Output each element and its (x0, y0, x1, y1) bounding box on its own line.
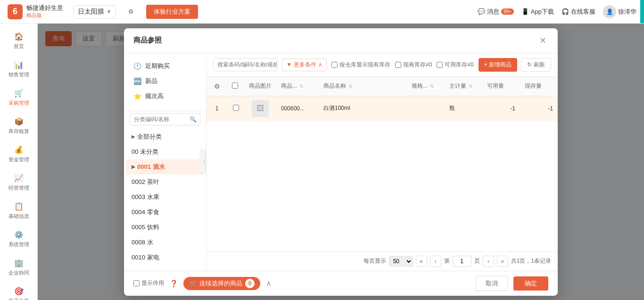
store-name: 日太阳膜 (78, 8, 104, 16)
cat-all-label: 全部分类 (137, 133, 162, 141)
next-page-btn[interactable]: › (483, 256, 494, 267)
th-unit[interactable]: 主计量 ⇅ (445, 77, 482, 96)
select-all-checkbox[interactable] (232, 83, 238, 89)
sidebar-item-home[interactable]: 🏠 首页 (0, 27, 37, 54)
cat-0004-label: 0004 零食 (132, 208, 159, 217)
sort-icon-code: ⇅ (299, 83, 303, 89)
continuous-label: 连续选择的商品 (199, 279, 242, 288)
col-settings-icon[interactable]: ⚙ (211, 81, 223, 92)
table-body: 1 🖼 000600... 白酒100ml (206, 96, 558, 121)
page-input[interactable] (453, 256, 471, 267)
more-filters-btn[interactable]: ▼ 更多条件 ∧ (282, 58, 327, 71)
sidebar-item-sales[interactable]: 📊 销售管理 (0, 56, 37, 82)
td-code: 000600... (276, 96, 319, 121)
th-name[interactable]: 商品名称 ⇅ (319, 77, 407, 96)
nav-center: 日太阳膜 ▼ ⚙ 体验行业方案 (64, 4, 478, 19)
cat-all[interactable]: ▶ 全部分类 (126, 129, 204, 144)
pagination-bar: 每页显示 20 50 100 « ‹ 第 页 › (206, 251, 558, 271)
category-search-icon: 🔍 (190, 116, 197, 123)
stock-filter-checkbox[interactable] (395, 62, 401, 68)
td-spec (407, 96, 445, 121)
messages-nav-item[interactable]: 💬 消息 99+ (478, 8, 514, 16)
messages-label: 消息 (487, 8, 499, 16)
experience-btn[interactable]: 体验行业方案 (146, 5, 198, 19)
user-item[interactable]: 👤 徐泽华 (603, 5, 636, 18)
online-service-item[interactable]: 🎧 在线客服 (561, 8, 595, 16)
product-table: ⚙ 商品图片 (206, 77, 558, 121)
cancel-btn[interactable]: 取消 (476, 276, 508, 291)
confirm-btn[interactable]: 确定 (513, 276, 548, 291)
cat-00[interactable]: 00 未分类 (126, 144, 204, 159)
footer-collapse-btn[interactable]: ∧ (266, 279, 272, 288)
logo-text: 畅捷通好生意 (26, 4, 63, 12)
modal-close-btn[interactable]: ✕ (537, 35, 548, 46)
new-product-btn[interactable]: + 新增商品 (479, 58, 517, 72)
tab-recent-purchase[interactable]: 🕐 近期购买 (130, 59, 200, 73)
table-row[interactable]: 1 🖼 000600... 白酒100ml (206, 96, 558, 121)
app-icon: 📱 (521, 8, 529, 15)
cat-0001[interactable]: ▶ 0001 酒水 (126, 159, 204, 175)
first-page-btn[interactable]: « (416, 256, 427, 267)
cat-0010[interactable]: 0010 家电 (126, 250, 204, 265)
store-select[interactable]: 日太阳膜 ▼ (74, 5, 116, 18)
refresh-btn[interactable]: ↻ 刷新 (521, 58, 551, 72)
sidebar-item-enterprise[interactable]: 🏢 企业协同 (0, 254, 37, 280)
panel-collapse-btn[interactable]: 《 (199, 150, 206, 174)
online-service-label: 在线客服 (571, 8, 595, 16)
cat-0008[interactable]: 0008 水 (126, 235, 204, 250)
enterprise-icon: 🏢 (14, 258, 24, 268)
prev-page-btn[interactable]: ‹ (430, 256, 441, 267)
th-stock[interactable]: 现存量 (520, 77, 558, 96)
th-spec-label: 规格... (412, 83, 428, 89)
warehouse-filter-text: 按仓库显示现有库存 (339, 61, 390, 69)
sidebar-item-operations[interactable]: 📈 经营管理 (0, 169, 37, 195)
cat-0004[interactable]: 0004 零食 (126, 205, 204, 220)
cart-count: 0 (245, 279, 255, 288)
sidebar-item-system[interactable]: ⚙️ 系统管理 (0, 225, 37, 252)
sidebar-item-purchase[interactable]: 🛒 采购管理 (0, 84, 37, 110)
navbar: 6 畅捷通好生意 精品版 日太阳膜 ▼ ⚙ 体验行业方案 💬 消息 99+ 📱 … (0, 0, 644, 24)
th-code-label: 商品... (281, 83, 297, 89)
sidebar-item-guide[interactable]: 🎯 新手引导 (0, 282, 37, 300)
arrow-icon: ▶ (132, 134, 135, 139)
cat-0002[interactable]: 0002 茶叶 (126, 175, 204, 190)
app-download-item[interactable]: 📱 App下载 (521, 8, 554, 16)
teal-bar (640, 0, 644, 23)
cat-0001-arrow: ▶ (132, 164, 135, 169)
row-checkbox[interactable] (233, 105, 239, 111)
avail-filter-label[interactable]: 可用库存≠0 (437, 61, 473, 69)
page-size-select[interactable]: 20 50 100 (389, 256, 413, 267)
avail-filter-text: 可用库存≠0 (445, 61, 473, 69)
product-search-input[interactable] (214, 59, 277, 70)
refresh-label: 刷新 (534, 61, 545, 69)
stock-filter-label[interactable]: 现有库存≠0 (395, 61, 432, 69)
td-avail: -1 (482, 96, 520, 121)
show-disabled-checkbox[interactable] (133, 280, 140, 286)
cat-0005[interactable]: 0005 饮料 (126, 220, 204, 235)
help-icon[interactable]: ❓ (170, 280, 178, 287)
warehouse-filter-checkbox[interactable] (331, 62, 338, 68)
sidebar-label-guide: 新手引导 (8, 298, 29, 300)
sidebar-item-basics[interactable]: 📋 基础信息 (0, 197, 37, 224)
cart-indicator[interactable]: 🛒 连续选择的商品 0 (183, 277, 260, 290)
cat-0003[interactable]: 0003 水果 (126, 190, 204, 205)
show-disabled-footer[interactable]: 显示停用 (133, 279, 164, 287)
home-icon: 🏠 (14, 31, 24, 42)
th-avail[interactable]: 可用量 (482, 77, 520, 96)
settings-icon[interactable]: ⚙ (124, 4, 139, 19)
sidebar-item-inventory[interactable]: 📦 库存核算 (0, 112, 37, 139)
page-label: 第 (444, 257, 450, 265)
sidebar-label-finance: 资金管理 (8, 156, 29, 163)
sidebar-label-home: 首页 (14, 43, 24, 50)
cat-0003-label: 0003 水果 (132, 193, 159, 201)
sidebar-item-finance[interactable]: 💰 资金管理 (0, 141, 37, 167)
tab-frequent[interactable]: ⭐ 频次高 (130, 89, 200, 103)
th-spec[interactable]: 规格... ⇅ (407, 77, 445, 96)
warehouse-filter-label[interactable]: 按仓库显示现有库存 (331, 61, 390, 69)
last-page-btn[interactable]: » (497, 256, 508, 267)
operations-icon: 📈 (14, 173, 24, 183)
th-code[interactable]: 商品... ⇅ (276, 77, 319, 96)
tab-new-products[interactable]: 🆕 新品 (130, 74, 200, 88)
avail-filter-checkbox[interactable] (437, 62, 443, 68)
modal-overlay: 商品参照 ✕ 🕐 近期购买 🆕 (38, 24, 644, 300)
